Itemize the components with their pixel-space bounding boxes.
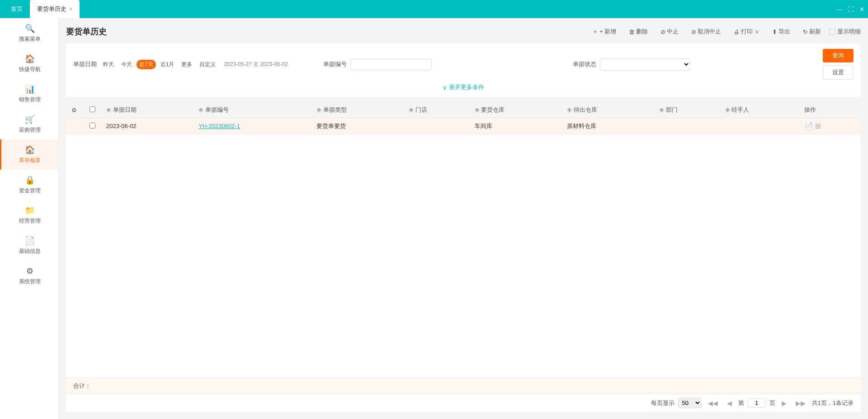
cancel-stop-label: 取消中止 bbox=[698, 28, 721, 36]
sidebar-item-inventory[interactable]: 🏠 库存核算 bbox=[0, 139, 58, 170]
date-option-yesterday[interactable]: 昨天 bbox=[100, 60, 117, 69]
delete-button[interactable]: 🗑 删除 bbox=[624, 25, 652, 38]
date-option-custom[interactable]: 自定义 bbox=[197, 60, 218, 69]
sidebar-item-system[interactable]: ⚙ 系统管理 bbox=[0, 261, 58, 291]
sidebar-item-basic-info[interactable]: 📄 基础信息 bbox=[0, 230, 58, 261]
tab-close-icon[interactable]: × bbox=[69, 6, 72, 12]
export-button[interactable]: ⬆ 导出 bbox=[768, 25, 795, 38]
tab-bar: 首页 要货单历史 × bbox=[4, 0, 837, 18]
search-icon: 🔍 bbox=[25, 24, 35, 33]
row-out-warehouse: 原材料仓库 bbox=[561, 118, 654, 134]
sidebar-item-operations-label: 经营管理 bbox=[19, 217, 41, 225]
date-option-7days[interactable]: 近7天 bbox=[137, 60, 156, 69]
sidebar-item-search-label: 搜索菜单 bbox=[19, 35, 41, 43]
page-label: 第 bbox=[738, 399, 744, 407]
page-input[interactable] bbox=[748, 398, 766, 408]
table-scroll-container[interactable]: ⚙ ≑ 单据日期 ≑ 单据编号 ≑ 单据类型 bbox=[66, 102, 861, 378]
sidebar-item-quicknav-label: 快捷导航 bbox=[19, 66, 41, 73]
row-req-warehouse: 车间库 bbox=[469, 118, 561, 134]
summary-bar: 合计： bbox=[66, 378, 861, 394]
sidebar-item-quicknav[interactable]: 🏠 快捷导航 bbox=[0, 48, 58, 79]
delete-icon: 🗑 bbox=[629, 29, 635, 35]
date-option-1month[interactable]: 近1月 bbox=[158, 60, 177, 69]
basic-info-icon: 📄 bbox=[25, 236, 35, 246]
date-filter-label: 单据日期 bbox=[73, 60, 97, 68]
sidebar-item-finance[interactable]: 🔒 资金管理 bbox=[0, 170, 58, 200]
sidebar-item-purchase[interactable]: 🛒 采购管理 bbox=[0, 109, 58, 139]
main-layout: 🔍 搜索菜单 🏠 快捷导航 📊 销售管理 🛒 采购管理 🏠 库存核算 🔒 资金管… bbox=[0, 18, 868, 419]
col-store: ≑ 门店 bbox=[403, 102, 469, 118]
first-page-btn[interactable]: ◀◀ bbox=[705, 399, 721, 408]
col-doc-type: ≑ 单据类型 bbox=[311, 102, 403, 118]
col-department: ≑ 部门 bbox=[654, 102, 720, 118]
summary-label: 合计： bbox=[73, 382, 91, 390]
sidebar-item-inventory-label: 库存核算 bbox=[19, 157, 41, 164]
col-action: 操作 bbox=[799, 102, 861, 118]
next-page-btn[interactable]: ▶ bbox=[779, 399, 789, 408]
cancel-stop-button[interactable]: ⊘ 取消中止 bbox=[687, 25, 726, 38]
sales-icon: 📊 bbox=[25, 84, 35, 94]
col-req-warehouse-label: ≑ 要货仓库 bbox=[475, 106, 505, 113]
print-icon: 🖨 bbox=[734, 29, 740, 35]
table-body: 2023-06-02 YH-20230602-1 要货单要货 车间库 原材料仓库 bbox=[66, 118, 861, 134]
filter-row: 单据日期 昨天 今天 近7天 近1月 更多 自定义 2023-05-27 至 2… bbox=[73, 49, 854, 80]
status-select[interactable] bbox=[600, 58, 690, 71]
date-option-today[interactable]: 今天 bbox=[118, 60, 135, 69]
row-store bbox=[403, 118, 469, 134]
filter-settings-button[interactable]: 设置 bbox=[823, 65, 854, 80]
date-options: 昨天 今天 近7天 近1月 更多 自定义 bbox=[100, 60, 218, 69]
col-out-warehouse: ≑ 待出仓库 bbox=[561, 102, 654, 118]
display-detail-checkbox[interactable] bbox=[829, 29, 835, 35]
col-doc-no: ≑ 单据编号 bbox=[193, 102, 311, 118]
minimize-icon[interactable]: — bbox=[837, 6, 843, 13]
export-icon: ⬆ bbox=[772, 29, 777, 35]
per-page-select[interactable]: 50 10 20 100 bbox=[678, 398, 702, 408]
date-option-more[interactable]: 更多 bbox=[179, 60, 195, 69]
prev-page-btn[interactable]: ◀ bbox=[724, 399, 735, 408]
row-doc-no-link[interactable]: YH-20230602-1 bbox=[198, 123, 240, 129]
status-filter-group: 单据状态 bbox=[573, 58, 816, 71]
row-detail-icon[interactable]: ⊞ bbox=[815, 122, 821, 130]
tab-requisition-history[interactable]: 要货单历史 × bbox=[30, 0, 80, 18]
home-icon: 🏠 bbox=[25, 54, 35, 64]
col-handler: ≑ 经手人 bbox=[720, 102, 799, 118]
tab-requisition-label: 要货单历史 bbox=[37, 5, 66, 13]
pagination-bar: 每页显示 50 10 20 100 ◀◀ ◀ 第 页 ▶ ▶▶ 共1页，1条记录 bbox=[66, 394, 861, 412]
row-checkbox[interactable] bbox=[90, 123, 95, 129]
row-edit-icon[interactable]: 📄 bbox=[804, 122, 813, 130]
sidebar-item-operations[interactable]: 📁 经营管理 bbox=[0, 200, 58, 230]
doc-no-filter-label: 单据编号 bbox=[323, 60, 347, 68]
display-detail-toggle[interactable]: 显示明细 bbox=[829, 28, 861, 36]
doc-no-input[interactable] bbox=[350, 59, 432, 70]
expand-more-btn[interactable]: ∨ 展开更多条件 bbox=[73, 83, 854, 91]
last-page-btn[interactable]: ▶▶ bbox=[793, 399, 808, 408]
new-button[interactable]: ＋ + 新增 bbox=[588, 25, 621, 38]
close-icon[interactable]: ✕ bbox=[859, 6, 864, 13]
refresh-button[interactable]: ↻ 刷新 bbox=[798, 25, 826, 38]
top-bar: 首页 要货单历史 × — ⛶ ✕ bbox=[0, 0, 868, 18]
table-area: ⚙ ≑ 单据日期 ≑ 单据编号 ≑ 单据类型 bbox=[66, 102, 861, 412]
per-page-label: 每页显示 bbox=[651, 399, 675, 407]
finance-icon: 🔒 bbox=[25, 175, 35, 185]
total-label: 共1页，1条记录 bbox=[812, 399, 854, 407]
resize-icon[interactable]: ⛶ bbox=[848, 6, 854, 13]
table-header: ⚙ ≑ 单据日期 ≑ 单据编号 ≑ 单据类型 bbox=[66, 102, 861, 118]
sidebar-item-sales[interactable]: 📊 销售管理 bbox=[0, 79, 58, 109]
query-button[interactable]: 查询 bbox=[823, 49, 854, 62]
stop-button[interactable]: ⊘ 中止 bbox=[656, 25, 683, 38]
row-doc-type: 要货单要货 bbox=[311, 118, 403, 134]
col-out-warehouse-label: ≑ 待出仓库 bbox=[567, 106, 597, 113]
col-checkbox bbox=[84, 102, 101, 118]
tab-home[interactable]: 首页 bbox=[4, 0, 30, 18]
sidebar-item-search[interactable]: 🔍 搜索菜单 bbox=[0, 18, 58, 48]
system-icon: ⚙ bbox=[26, 266, 33, 276]
toolbar: ＋ + 新增 🗑 删除 ⊘ 中止 ⊘ 取消中止 🖨 打印 ∨ bbox=[588, 25, 861, 38]
purchase-icon: 🛒 bbox=[25, 114, 35, 124]
expand-more-label: 展开更多条件 bbox=[449, 83, 484, 91]
print-button[interactable]: 🖨 打印 ∨ bbox=[729, 25, 764, 38]
sidebar-item-system-label: 系统管理 bbox=[19, 278, 41, 286]
new-label: + 新增 bbox=[599, 28, 616, 36]
display-detail-label: 显示明细 bbox=[837, 28, 861, 36]
row-action-cell: 📄 ⊞ bbox=[799, 118, 861, 134]
select-all-checkbox[interactable] bbox=[90, 106, 95, 112]
